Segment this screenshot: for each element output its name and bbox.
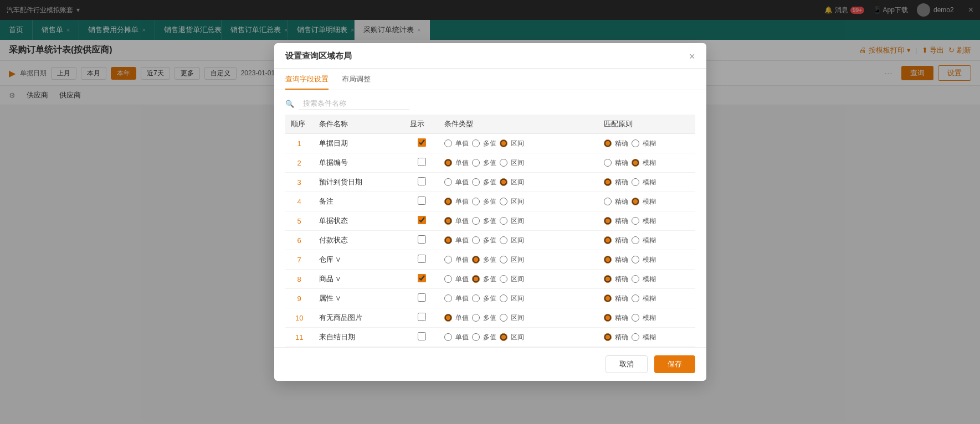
modal-tabs: 查询字段设置 布局调整 <box>274 69 706 90</box>
modal-title: 设置查询区域布局 <box>285 51 352 61</box>
modal-header: 设置查询区域布局 × <box>274 43 706 69</box>
search-icon: 🔍 <box>285 100 294 106</box>
tab-query-fields[interactable]: 查询字段设置 <box>285 69 329 90</box>
search-input[interactable] <box>299 97 409 105</box>
tab-layout-adjust[interactable]: 布局调整 <box>342 69 371 90</box>
tab-query-fields-label: 查询字段设置 <box>285 75 329 83</box>
tab-layout-adjust-label: 布局调整 <box>342 75 371 83</box>
modal-close-button[interactable]: × <box>689 51 695 61</box>
settings-modal: 设置查询区域布局 × 查询字段设置 布局调整 🔍 顺序 条件名称 <box>274 43 706 105</box>
modal-overlay: 设置查询区域布局 × 查询字段设置 布局调整 🔍 顺序 条件名称 <box>0 0 980 105</box>
modal-search-area: 🔍 <box>274 90 706 105</box>
